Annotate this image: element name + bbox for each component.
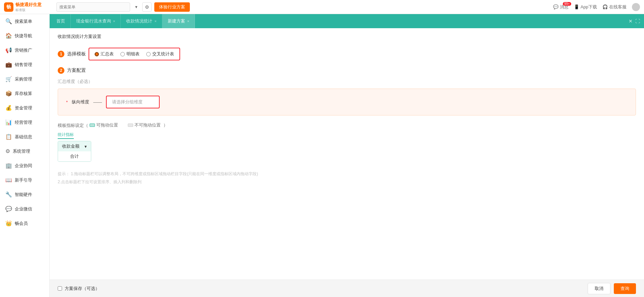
header-actions: 💬 消息 99+ 📱 App下载 🎧 在线客服	[553, 3, 640, 11]
cancel-button[interactable]: 取消	[588, 283, 610, 294]
radio-cross-input[interactable]	[146, 52, 151, 56]
download-label: App下载	[581, 4, 597, 10]
tab-collection-close[interactable]: ×	[154, 19, 156, 23]
section-config: 2 方案配置 汇总维度（必选） * 纵向维度 ——	[58, 67, 636, 186]
member-icon: 👑	[5, 220, 12, 227]
sidebar-item-wechat[interactable]: 💬 企业微信	[0, 202, 49, 216]
logo-text: 畅捷通好生意	[15, 2, 42, 8]
search-icon: 🔍	[5, 18, 12, 24]
sidebar-item-label: 畅会员	[15, 220, 28, 227]
sidebar-item-label: 基础信息	[15, 134, 32, 140]
sidebar-item-member[interactable]: 👑 畅会员	[0, 216, 49, 231]
tab-home[interactable]: 首页	[50, 14, 71, 28]
radio-summary[interactable]: 汇总表	[95, 51, 114, 57]
radio-detail-label: 明细表	[126, 51, 140, 57]
template-options: 汇总表 明细表 交叉统计表	[89, 48, 180, 60]
section2-header: 2 方案配置	[58, 67, 636, 74]
hardware-icon: 🔧	[5, 191, 12, 198]
sidebar-item-marketing[interactable]: 📢 营销推广	[0, 43, 49, 57]
sidebar-item-label: 智能硬件	[15, 192, 32, 198]
indicator-dropdown-icon[interactable]: ▾	[85, 144, 87, 149]
sidebar-item-system[interactable]: ⚙ 系统管理	[0, 144, 49, 158]
radio-cross-label: 交叉统计表	[152, 51, 174, 57]
tab-cashbank-close[interactable]: ×	[113, 19, 115, 23]
search-dropdown-icon[interactable]: ▾	[133, 4, 140, 10]
tab-newplan-label: 新建方案	[168, 18, 185, 24]
sales-icon: 💼	[5, 61, 12, 68]
search-input[interactable]	[56, 2, 130, 12]
section1-header: 1 选择模板 汇总表 明细表	[58, 48, 636, 60]
tab-cashbank[interactable]: 现金银行流水查询 ×	[71, 14, 121, 28]
tab-home-label: 首页	[56, 18, 65, 24]
non-draggable-legend-box	[128, 123, 133, 127]
sidebar-item-sales[interactable]: 💼 销售管理	[0, 57, 49, 72]
sidebar-item-search[interactable]: 🔍 搜索菜单	[0, 14, 49, 29]
user-avatar[interactable]	[632, 3, 640, 11]
tab-close-all-icon[interactable]: ✕	[629, 18, 633, 24]
sidebar-item-label: 经营管理	[15, 119, 32, 126]
dimension-area: * 纵向维度 —— 请选择分组维度	[58, 89, 636, 115]
gear-icon[interactable]: ⚙	[142, 2, 152, 12]
stats-indicator-area: 统计指标 收款金额 ▾ 合计	[58, 132, 636, 162]
radio-detail[interactable]: 明细表	[120, 51, 140, 57]
sidebar-item-label: 新手引导	[15, 177, 32, 183]
sidebar-item-label: 营销推广	[15, 47, 32, 53]
tab-bar: 首页 现金银行流水查询 × 收款情况统计 × 新建方案 × ✕ ⛶	[50, 14, 644, 28]
draggable-legend-box	[90, 123, 95, 127]
sidebar-item-hardware[interactable]: 🔧 智能硬件	[0, 187, 49, 202]
main-layout: 🔍 搜索菜单 🏠 快捷导航 📢 营销推广 💼 销售管理 🛒 采购管理 📦 库存核…	[0, 14, 644, 297]
section1-title: 选择模板	[67, 51, 86, 57]
sidebar-item-nav[interactable]: 🏠 快捷导航	[0, 29, 49, 43]
indicator-section-label-text: 模板指标设定（	[58, 123, 88, 128]
tab-newplan-close[interactable]: ×	[187, 19, 189, 23]
message-icon: 💬	[553, 4, 558, 9]
tips-area: 提示： 1.拖动标题栏可以调整布局，不可跨维度或指标区域拖动栏目字段(只能在同一…	[58, 170, 636, 186]
sidebar-item-finance[interactable]: 💰 资金管理	[0, 101, 49, 115]
radio-summary-input[interactable]	[95, 52, 99, 56]
inventory-icon: 📦	[5, 90, 12, 97]
sidebar-item-label: 资金管理	[15, 105, 32, 111]
tab-newplan[interactable]: 新建方案 ×	[162, 14, 195, 28]
tab-expand-icon[interactable]: ⛶	[635, 18, 640, 24]
radio-cross[interactable]: 交叉统计表	[146, 51, 174, 57]
management-icon: 📊	[5, 119, 12, 126]
sidebar-item-basics[interactable]: 📋 基础信息	[0, 130, 49, 144]
message-badge: 99+	[563, 2, 571, 6]
basics-icon: 📋	[5, 134, 12, 140]
section-template: 1 选择模板 汇总表 明细表	[58, 48, 636, 60]
indicator-card-header[interactable]: 收款金额 ▾	[58, 141, 91, 151]
home-icon: 🏠	[5, 33, 12, 39]
sidebar-item-label: 搜索菜单	[15, 18, 32, 24]
section2-num: 2	[58, 67, 64, 74]
download-action[interactable]: 📱 App下载	[574, 4, 597, 10]
radio-summary-label: 汇总表	[101, 51, 114, 57]
sidebar-item-label: 销售管理	[15, 62, 32, 68]
indicator-card-header-text: 收款金额	[62, 143, 79, 149]
query-button[interactable]: 查询	[614, 283, 636, 294]
sidebar-item-management[interactable]: 📊 经营管理	[0, 115, 49, 130]
logo-area: 畅 畅捷通好生意 标准版	[4, 2, 54, 12]
sidebar-item-purchase[interactable]: 🛒 采购管理	[0, 72, 49, 86]
trial-button[interactable]: 体验行业方案	[154, 2, 190, 12]
sidebar-item-enterprise[interactable]: 🏢 企业协同	[0, 158, 49, 173]
finance-icon: 💰	[5, 105, 12, 111]
service-icon: 🎧	[602, 4, 608, 9]
purchase-icon: 🛒	[5, 76, 12, 82]
message-action[interactable]: 💬 消息 99+	[553, 4, 569, 10]
page-title: 收款情况统计方案设置	[58, 34, 636, 42]
sidebar-item-label: 企业微信	[15, 206, 32, 212]
section1-num: 1	[58, 51, 64, 57]
sidebar-item-label: 采购管理	[15, 76, 32, 82]
save-checkbox[interactable]	[58, 286, 62, 291]
enterprise-icon: 🏢	[5, 162, 12, 169]
radio-detail-input[interactable]	[120, 52, 125, 56]
dim-select-box[interactable]: 请选择分组维度	[106, 96, 160, 108]
sidebar-item-guide[interactable]: 📖 新手引导	[0, 173, 49, 187]
service-action[interactable]: 🎧 在线客服	[602, 4, 627, 10]
dimension-label-text: 汇总维度（必选）	[58, 79, 93, 84]
sidebar-item-label: 快捷导航	[15, 33, 32, 39]
tab-collection[interactable]: 收款情况统计 ×	[121, 14, 162, 28]
sidebar-item-inventory[interactable]: 📦 库存核算	[0, 86, 49, 101]
draggable-legend-label: 可拖动位置	[96, 122, 118, 128]
indicator-legend-label: 模板指标设定（ 可拖动位置 不可拖动位置	[58, 122, 636, 129]
